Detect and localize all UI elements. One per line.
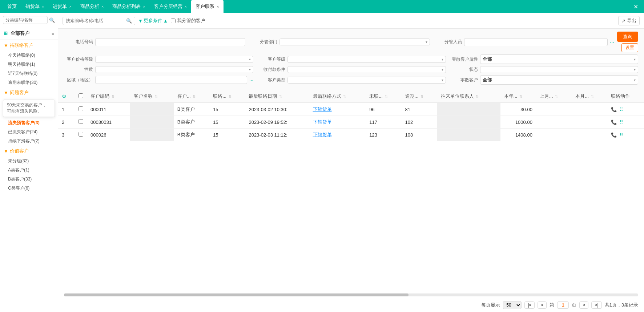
horizontal-scrollbar[interactable] — [64, 293, 638, 296]
sidebar-item-overdue[interactable]: 逾期未联络(30) — [0, 78, 58, 87]
sort-icon[interactable]: ⇅ — [229, 94, 232, 98]
sort-icon[interactable]: ⇅ — [343, 94, 346, 98]
sidebar-item-tomorrow[interactable]: 明天待联络(1) — [0, 60, 58, 69]
close-icon[interactable]: × — [185, 4, 187, 9]
sidebar-item-class-b[interactable]: B类客户(33) — [0, 175, 58, 184]
sidebar-section-value[interactable]: ▼ 价值客户 — [0, 146, 58, 157]
sort-icon[interactable]: ⇅ — [112, 94, 114, 98]
tab-purchase-order[interactable]: 进货单 × — [48, 0, 76, 13]
sort-icon[interactable]: ⇅ — [279, 94, 282, 98]
pagination: 每页显示 50 100 200 |< < 第 页 > >| 共1页，3条记录 — [58, 298, 644, 312]
sidebar-search-input[interactable] — [3, 16, 48, 24]
search-icon[interactable]: 🔍 — [49, 17, 55, 23]
tab-product-analysis[interactable]: 商品分析 × — [76, 0, 108, 13]
tab-customer-tier[interactable]: 客户分层经营 × — [150, 0, 191, 13]
phone-action-icon[interactable]: 📞 — [611, 119, 617, 125]
sort-icon[interactable]: ⇅ — [420, 94, 423, 98]
prev-page-button[interactable]: < — [538, 301, 547, 309]
my-customers-checkbox[interactable]: 我分管的客户 — [171, 17, 205, 24]
status-select[interactable]: ▾ — [480, 66, 638, 73]
export-button[interactable]: ↗ 导出 — [618, 16, 640, 25]
sidebar-item-7days[interactable]: 近7天待联络(0) — [0, 69, 58, 78]
sort-icon[interactable]: ⇅ — [591, 94, 594, 98]
my-customers-check[interactable] — [171, 19, 176, 23]
phone-action-icon[interactable]: 📞 — [611, 132, 617, 138]
sidebar-item-today[interactable]: 今天待联络(0) — [0, 51, 58, 60]
customer-level-select[interactable]: ▾ — [287, 56, 446, 63]
more-action-icon[interactable]: ⠿ — [620, 132, 623, 138]
window-close-button[interactable]: ✕ — [631, 3, 641, 10]
area-input[interactable] — [95, 76, 247, 84]
more-options-icon[interactable]: ··· — [610, 39, 614, 45]
cell-name — [130, 129, 173, 141]
tab-home[interactable]: 首页 — [3, 0, 21, 13]
select-all-checkbox[interactable] — [79, 93, 83, 98]
sidebar-section-pending[interactable]: ▼ 待联络客户 — [0, 40, 58, 51]
zero-customer-select[interactable]: 全部 ▾ — [480, 75, 638, 85]
cell-last-contact-way[interactable]: 下销货单 — [309, 129, 366, 141]
filter-search-box[interactable]: 🔍 — [63, 17, 135, 25]
filter-dept: 分管部门 ▾ — [248, 39, 430, 45]
sort-icon[interactable]: ⇅ — [555, 94, 558, 98]
sort-icon[interactable]: ⇅ — [385, 94, 388, 98]
tab-sales-order[interactable]: 销货单 × — [21, 0, 48, 13]
close-icon[interactable]: × — [143, 4, 145, 9]
collapse-icon[interactable]: « — [52, 31, 54, 36]
row-checkbox[interactable] — [79, 132, 83, 137]
close-icon[interactable]: × — [69, 4, 71, 9]
close-icon[interactable]: × — [101, 4, 104, 9]
sort-icon[interactable]: ⇅ — [476, 94, 479, 98]
sidebar-section-problem[interactable]: ▼ 问题客户 — [0, 87, 58, 98]
person-input[interactable] — [464, 38, 608, 46]
tab-product-analysis-list[interactable]: 商品分析列表 × — [108, 0, 149, 13]
table-row: 2 00030031 B类客户 15 2023-02-09 19:52: 下销货… — [58, 116, 644, 129]
first-page-button[interactable]: |< — [524, 301, 535, 309]
cell-last-contact-way[interactable]: 下销货单 — [309, 116, 366, 129]
close-icon[interactable]: × — [217, 4, 219, 9]
sort-icon[interactable]: ⇅ — [155, 94, 158, 98]
settings-button[interactable]: 设置 — [621, 43, 638, 52]
sidebar-item-class-a[interactable]: A类客户(1) — [0, 166, 58, 175]
filter-search-input[interactable] — [66, 18, 126, 23]
per-page-select[interactable]: 50 100 200 — [503, 301, 522, 309]
sidebar-item-declining[interactable]: 持续下滑客户(2) — [0, 137, 58, 146]
more-options-icon[interactable]: ··· — [249, 77, 254, 83]
gender-select[interactable]: ▾ — [95, 66, 253, 73]
chevron-up-icon: ▲ — [163, 18, 168, 24]
row-checkbox[interactable] — [79, 119, 83, 124]
filter-status: 状态 ▾ — [449, 66, 638, 73]
scrollbar-thumb[interactable] — [64, 293, 408, 296]
sidebar-item-ungrouped[interactable]: 未分组(32) — [0, 157, 58, 166]
arrow-icon: ▼ — [4, 43, 8, 48]
content-area: 🔍 ▼ 更多条件 ▲ 我分管的客户 ↗ 导出 电话号码 — [58, 13, 644, 312]
col-type: 客户... ⇅ — [174, 90, 209, 103]
more-action-icon[interactable]: ⠿ — [620, 119, 623, 125]
close-icon[interactable]: × — [42, 4, 44, 9]
tab-customer-contact[interactable]: 客户联系 × — [191, 0, 223, 13]
search-icon[interactable]: 🔍 — [126, 18, 132, 24]
cell-last-month — [536, 129, 572, 141]
sidebar-item-class-c[interactable]: C类客户(6) — [0, 184, 58, 193]
row-checkbox[interactable] — [79, 106, 83, 111]
sort-icon[interactable]: ⇅ — [519, 94, 522, 98]
sidebar-item-churn-warning[interactable]: 流失预警客户(3) — [0, 118, 58, 127]
table-settings-icon[interactable]: ⚙ — [62, 93, 67, 99]
page-number-input[interactable] — [557, 301, 569, 309]
last-page-button[interactable]: >| — [591, 301, 601, 309]
cell-last-contact-way[interactable]: 下销货单 — [309, 103, 366, 116]
next-page-button[interactable]: > — [579, 301, 588, 309]
dept-select[interactable]: ▾ — [279, 39, 430, 45]
payment-select[interactable]: ▾ — [287, 66, 446, 73]
query-button[interactable]: 查询 — [617, 32, 638, 42]
more-action-icon[interactable]: ⠿ — [620, 107, 623, 112]
sidebar-section-pending-items: 今天待联络(0) 明天待联络(1) 近7天待联络(0) 逾期未联络(30) — [0, 51, 58, 87]
sort-icon[interactable]: ⇅ — [193, 94, 196, 98]
zero-attr-select[interactable]: 全部 ▾ — [480, 54, 638, 64]
phone-input[interactable] — [95, 38, 245, 46]
sidebar-item-churned[interactable]: 已流失客户(24) — [0, 127, 58, 137]
customer-type-select[interactable]: ▾ — [287, 77, 446, 84]
filter-more-button[interactable]: ▼ 更多条件 ▲ — [138, 17, 168, 24]
sidebar-all-customers[interactable]: ⊞ 全部客户 « — [0, 27, 58, 40]
phone-action-icon[interactable]: 📞 — [611, 107, 617, 112]
price-level-select[interactable]: ▾ — [95, 56, 253, 63]
